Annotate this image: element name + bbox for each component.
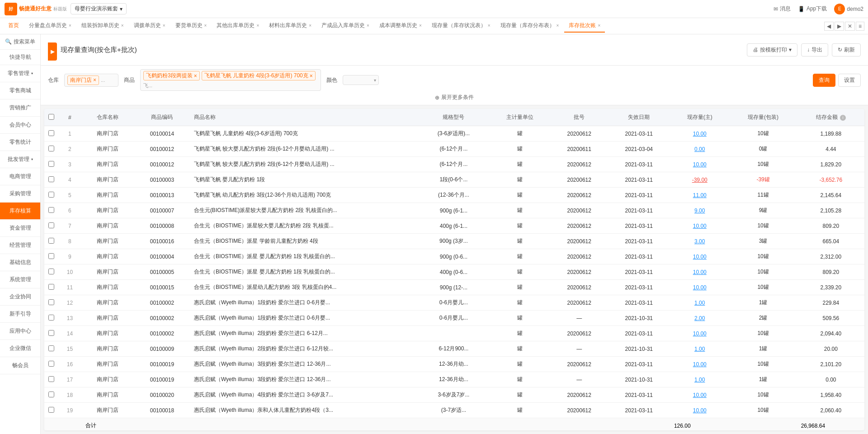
sidebar-quick-nav[interactable]: 快捷导航 [0, 50, 40, 65]
row-checkbox-6[interactable] [48, 222, 54, 228]
sidebar-item-wholesale[interactable]: 批发管理 ▾ [0, 151, 40, 168]
select-all-checkbox[interactable] [48, 114, 54, 120]
row-checkbox-15[interactable] [48, 361, 54, 367]
row-checkbox-11[interactable] [48, 299, 54, 305]
sidebar-search[interactable]: 🔍 搜索菜单 [0, 34, 40, 50]
row-checkbox-4[interactable] [48, 192, 54, 198]
tab-10[interactable]: 现存量（库存分布表） × [496, 19, 564, 33]
sidebar-item-app-center[interactable]: 应用中心 [0, 323, 40, 340]
tab-8-close[interactable]: × [419, 23, 422, 28]
goods-tag-2[interactable]: 飞鹤星飞帆 儿童奶粉 4段(3-6岁适用) 700克 × [202, 71, 316, 80]
row-checkbox-cell[interactable] [44, 357, 58, 372]
sidebar-item-inventory[interactable]: 库存核算 [0, 203, 40, 220]
row-checkbox-0[interactable] [48, 130, 54, 136]
row-checkbox-cell[interactable] [44, 295, 58, 311]
row-qty-main[interactable]: 10.00 [670, 357, 729, 372]
tab-8[interactable]: 成本调整单历史 × [375, 19, 426, 33]
query-btn[interactable]: 查询 [813, 74, 835, 87]
settings-btn[interactable]: 设置 [838, 74, 861, 87]
row-qty-main[interactable]: 10.00 [670, 157, 729, 172]
tab-6[interactable]: 材料出库单历史 × [264, 19, 316, 33]
row-checkbox-16[interactable] [48, 376, 54, 382]
row-qty-main[interactable]: 10.00 [670, 218, 729, 234]
nav-next-btn[interactable]: ▶ [835, 22, 844, 31]
refresh-btn[interactable]: ↻ 刷新 [832, 43, 861, 57]
sidebar-item-member[interactable]: 会员中心 [0, 117, 40, 134]
tab-3[interactable]: 调拨单历史 × [129, 19, 170, 33]
expand-more-btn[interactable]: ⊕ 展开更多条件 [435, 94, 474, 101]
sidebar-toggle-btn[interactable]: ▶ [48, 42, 57, 61]
row-checkbox-cell[interactable] [44, 264, 58, 280]
color-filter-select[interactable] [343, 75, 379, 85]
row-qty-main[interactable]: 10.00 [670, 264, 729, 280]
tab-2-close[interactable]: × [121, 23, 124, 28]
row-qty-main[interactable]: 2.00 [670, 311, 729, 326]
goods-tag-1[interactable]: 飞鹤奶粉3段两提装 × [143, 71, 200, 80]
amount-info-icon[interactable]: i [840, 115, 846, 121]
tab-5[interactable]: 其他出库单历史 × [212, 19, 264, 33]
warehouse-filter-container[interactable]: 南岸门店 × ... [64, 74, 118, 87]
row-checkbox-13[interactable] [48, 330, 54, 336]
org-selector[interactable]: 母婴行业演示账套 ▾ [71, 3, 127, 14]
row-checkbox-cell[interactable] [44, 234, 58, 249]
row-qty-main[interactable]: 10.00 [670, 387, 729, 403]
row-qty-main[interactable]: 10.00 [670, 280, 729, 295]
tab-9-close[interactable]: × [488, 23, 491, 28]
tab-1-close[interactable]: × [69, 23, 71, 28]
tab-6-close[interactable]: × [309, 23, 311, 28]
sidebar-item-vip[interactable]: 畅会员 [0, 357, 40, 374]
row-checkbox-5[interactable] [48, 207, 54, 213]
row-checkbox-cell[interactable] [44, 387, 58, 403]
tab-1[interactable]: 分量盘点单历史 × [24, 19, 76, 33]
row-checkbox-cell[interactable] [44, 280, 58, 295]
col-checkbox[interactable] [44, 109, 58, 126]
tab-4[interactable]: 要货单历史 × [171, 19, 212, 33]
row-checkbox-cell[interactable] [44, 172, 58, 188]
row-qty-main[interactable]: 11.00 [670, 188, 729, 203]
row-checkbox-cell[interactable] [44, 249, 58, 264]
tab-9[interactable]: 现存量（库存状况表） × [427, 19, 495, 33]
row-checkbox-cell[interactable] [44, 188, 58, 203]
row-checkbox-cell[interactable] [44, 126, 58, 142]
sidebar-item-finance[interactable]: 资金管理 [0, 220, 40, 237]
tab-home[interactable]: 首页 [4, 19, 24, 33]
row-checkbox-cell[interactable] [44, 218, 58, 234]
row-qty-main[interactable]: 10.00 [670, 249, 729, 264]
row-qty-main[interactable]: 1.00 [670, 341, 729, 357]
row-checkbox-18[interactable] [48, 407, 54, 413]
warehouse-tag-1-close[interactable]: × [93, 77, 96, 83]
tab-2[interactable]: 组装拆卸单历史 × [77, 19, 128, 33]
tab-11-close[interactable]: × [598, 23, 600, 28]
tab-5-close[interactable]: × [256, 23, 259, 28]
nav-menu-btn[interactable]: ≡ [856, 22, 864, 31]
row-qty-main[interactable]: 10.00 [670, 326, 729, 341]
sidebar-item-operations[interactable]: 经营管理 [0, 237, 40, 254]
tab-3-close[interactable]: × [163, 23, 165, 28]
sidebar-item-collab[interactable]: 企业协同 [0, 288, 40, 306]
row-checkbox-10[interactable] [48, 284, 54, 290]
print-btn[interactable]: 🖨 按模板打印 ▾ [747, 43, 797, 57]
tab-7-close[interactable]: × [367, 23, 369, 28]
row-checkbox-cell[interactable] [44, 403, 58, 418]
sidebar-item-retail-shop[interactable]: 零售商城 [0, 82, 40, 99]
row-checkbox-17[interactable] [48, 392, 54, 397]
row-checkbox-3[interactable] [48, 176, 54, 182]
sidebar-item-retail-mgmt[interactable]: 零售管理 ▾ [0, 65, 40, 82]
sidebar-item-ecommerce[interactable]: 电商管理 [0, 168, 40, 185]
app-download-btn[interactable]: 📱 App下载 [798, 5, 827, 13]
sidebar-item-retail-stat[interactable]: 零售统计 [0, 134, 40, 151]
row-checkbox-1[interactable] [48, 146, 54, 151]
row-qty-main[interactable]: 10.00 [670, 126, 729, 142]
goods-tag-2-close[interactable]: × [310, 73, 313, 79]
tab-11[interactable]: 库存批次账 × [564, 19, 605, 33]
row-qty-main[interactable]: -39.00 [670, 172, 729, 188]
goods-tag-1-close[interactable]: × [194, 73, 197, 79]
row-qty-main[interactable]: 9.00 [670, 203, 729, 218]
sidebar-item-guide[interactable]: 新手引导 [0, 306, 40, 323]
sidebar-item-wechat[interactable]: 企业微信 [0, 340, 40, 357]
row-checkbox-8[interactable] [48, 253, 54, 259]
row-checkbox-cell[interactable] [44, 326, 58, 341]
color-filter-wrapper[interactable] [343, 75, 379, 85]
row-checkbox-14[interactable] [48, 345, 54, 351]
row-checkbox-12[interactable] [48, 315, 54, 321]
